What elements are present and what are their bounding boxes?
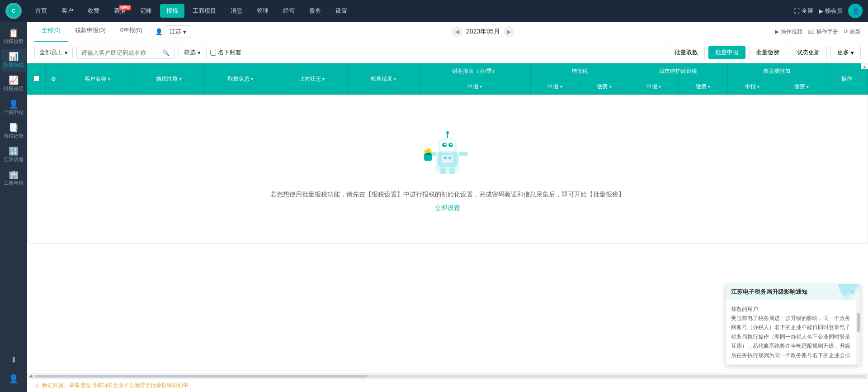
account-checkbox[interactable] xyxy=(210,50,216,56)
scrollbar-track[interactable] xyxy=(34,375,866,378)
left-arrow-icon[interactable]: ◀ xyxy=(29,373,33,378)
nav-settings[interactable]: 设置 xyxy=(329,4,354,18)
vat-declare-filter-icon[interactable]: ▾ xyxy=(560,84,562,89)
city-declare-filter-icon[interactable]: ▾ xyxy=(659,84,661,89)
financial-declare-filter-icon[interactable]: ▾ xyxy=(480,84,482,89)
scrollbar-thumb[interactable] xyxy=(34,375,367,378)
date-display: 2023年05月 xyxy=(466,28,500,36)
scroll-up-icon[interactable]: ▲ xyxy=(863,64,867,69)
employee-select[interactable]: 全部员工 ▾ xyxy=(34,46,73,59)
notification-close-btn[interactable]: ✕ xyxy=(849,288,855,296)
more-chevron-icon: ▾ xyxy=(851,49,854,56)
client-name-filter-icon[interactable]: ▾ xyxy=(108,76,110,81)
compare-status-filter-icon[interactable]: ▾ xyxy=(322,76,325,81)
refresh-btn[interactable]: ↺ 刷新 xyxy=(844,28,861,36)
nav-tax[interactable]: 报税 xyxy=(160,4,184,18)
th-vat-declare: 申报 ▾ xyxy=(530,79,580,95)
sidebar-item-tax-settings[interactable]: 📋 报税设置 xyxy=(1,25,26,48)
fetch-status-filter-icon[interactable]: ▾ xyxy=(251,76,253,81)
user-profile-icon[interactable]: 👤 xyxy=(6,371,21,387)
sidebar-item-tax-overview[interactable]: 📈 报税总览 xyxy=(1,72,26,95)
th-city-pay: 缴费 ▾ xyxy=(678,79,727,95)
nav-service[interactable]: 服务 xyxy=(303,4,327,18)
left-sidebar: 📋 报税设置 📊 批量报税 📈 报税总览 👤 个税申报 📑 报税记录 🔢 汇算清… xyxy=(0,22,27,392)
refresh-icon: ↺ xyxy=(844,29,848,35)
th-edu-pay: 缴费 ▾ xyxy=(777,79,826,95)
tab-zero-declare[interactable]: 0申报(0) xyxy=(113,22,150,42)
nav-invoice[interactable]: 票据 NEW xyxy=(108,4,132,18)
select-all-checkbox[interactable] xyxy=(33,76,39,81)
status-update-btn[interactable]: 状态更新 xyxy=(790,46,827,59)
svg-rect-23 xyxy=(440,167,446,174)
date-prev-btn[interactable]: ◀ xyxy=(452,26,462,37)
city-pay-filter-icon[interactable]: ▾ xyxy=(708,84,710,89)
tab-all[interactable]: 全部(0) xyxy=(34,22,68,42)
region-icon: 👤 xyxy=(155,28,163,35)
toolbar-right: 批量取数 批量申报 批量缴费 状态更新 更多 ▾ xyxy=(668,46,861,59)
notification-body: 尊敬的用户: 受当前电子税务局进一步升级的影响，同一个政务网账号（办税人）名下的… xyxy=(726,300,856,364)
avatar[interactable]: 👤 xyxy=(848,4,863,18)
nav-right: ⛶ 全屏 ▶ 畅会员 👤 xyxy=(794,4,863,18)
operation-manual-btn[interactable]: 📖 操作手册 xyxy=(808,28,838,36)
th-city-declare: 申报 ▾ xyxy=(629,79,678,95)
search-button[interactable]: 🔍 xyxy=(158,47,175,59)
member-icon: ▶ xyxy=(819,8,823,14)
th-tax-type: 纳税性质 ▾ xyxy=(133,64,205,95)
nav-manage[interactable]: 管理 xyxy=(250,4,275,18)
operation-video-btn[interactable]: ▶ 操作视频 xyxy=(775,28,802,36)
nav-business[interactable]: 工商项目 xyxy=(186,4,222,18)
gear-icon[interactable]: ⚙ xyxy=(51,76,56,82)
settlement-icon: 🔢 xyxy=(3,147,24,155)
nav-client[interactable]: 客户 xyxy=(55,4,80,18)
warning-icon: ⚠ xyxy=(34,382,39,389)
edu-declare-filter-icon[interactable]: ▾ xyxy=(757,84,760,89)
vat-pay-filter-icon[interactable]: ▾ xyxy=(609,84,612,89)
notification-title: 江苏电子税务局升级影响通知 xyxy=(731,288,807,296)
sidebar-item-batch-tax[interactable]: 📊 批量报税 xyxy=(1,49,26,72)
date-next-btn[interactable]: ▶ xyxy=(504,26,514,37)
empty-state-cell: 若您想使用批量报税功能，请先在【报税设置】中进行报税的初始化设置，完成密码验证和… xyxy=(28,95,868,244)
horizontal-scrollbar[interactable]: ◀ xyxy=(27,373,868,378)
svg-point-19 xyxy=(429,150,432,153)
sidebar-item-settlement[interactable]: 🔢 汇算清缴 xyxy=(1,143,26,166)
svg-rect-6 xyxy=(440,139,455,151)
batch-pay-btn[interactable]: 批量缴费 xyxy=(749,46,786,59)
nav-accounting[interactable]: 记账 xyxy=(134,4,158,18)
vertical-scroll-top[interactable]: ▲ xyxy=(861,63,868,69)
notification-popup: 江苏电子税务局升级影响通知 ✕ 尊敬的用户: 受当前电子税务局进一步升级的影响，… xyxy=(725,284,861,365)
svg-rect-14 xyxy=(459,152,468,156)
sidebar-item-tax-records[interactable]: 📑 报税记录 xyxy=(1,120,26,143)
individual-tax-icon: 👤 xyxy=(3,100,24,108)
tab-tax-declare[interactable]: 税款申报(0) xyxy=(68,22,113,42)
check-result-filter-icon[interactable]: ▾ xyxy=(394,76,396,81)
fullscreen-btn[interactable]: ⛶ 全屏 xyxy=(794,7,813,15)
nav-items: 首页 客户 收费 票据 NEW 记账 报税 工商项目 消息 管理 经营 服务 设… xyxy=(29,4,794,18)
nav-messages[interactable]: 消息 xyxy=(224,4,249,18)
sidebar-item-annual-report[interactable]: 🏢 工商年报 xyxy=(1,167,26,190)
svg-point-12 xyxy=(446,131,449,134)
svg-text:C: C xyxy=(12,8,15,14)
batch-tax-icon: 📊 xyxy=(3,53,24,61)
svg-point-22 xyxy=(448,157,451,159)
robot-illustration xyxy=(420,125,475,180)
search-input[interactable] xyxy=(76,47,158,59)
nav-operations[interactable]: 经营 xyxy=(277,4,301,18)
setup-link[interactable]: 立即设置 xyxy=(435,204,460,212)
account-checkbox-label[interactable]: 名下账套 xyxy=(210,48,241,57)
batch-fetch-btn[interactable]: 批量取数 xyxy=(668,46,705,59)
th-vat: 增值税 xyxy=(530,64,629,79)
region-select[interactable]: 江苏 ▾ xyxy=(165,25,191,38)
edu-pay-filter-icon[interactable]: ▾ xyxy=(807,84,809,89)
filter-btn[interactable]: 筛选 ▾ xyxy=(178,46,207,59)
batch-declare-btn[interactable]: 批量申报 xyxy=(708,46,745,59)
nav-billing[interactable]: 收费 xyxy=(81,4,106,18)
th-fetch-status: 取数状态 ▾ xyxy=(205,64,276,95)
tax-type-filter-icon[interactable]: ▾ xyxy=(179,76,182,81)
th-gear: ⚙ xyxy=(46,64,62,95)
toolbar: 全部员工 ▾ 🔍 筛选 ▾ 名下账套 批量取数 批量申报 批量缴费 状态更新 更… xyxy=(27,42,868,63)
download-icon[interactable]: ⬇ xyxy=(8,352,20,368)
member-btn[interactable]: ▶ 畅会员 xyxy=(819,7,843,15)
sidebar-item-individual-tax[interactable]: 👤 个税申报 xyxy=(1,96,26,119)
nav-home[interactable]: 首页 xyxy=(29,4,53,18)
more-btn[interactable]: 更多 ▾ xyxy=(830,46,861,59)
